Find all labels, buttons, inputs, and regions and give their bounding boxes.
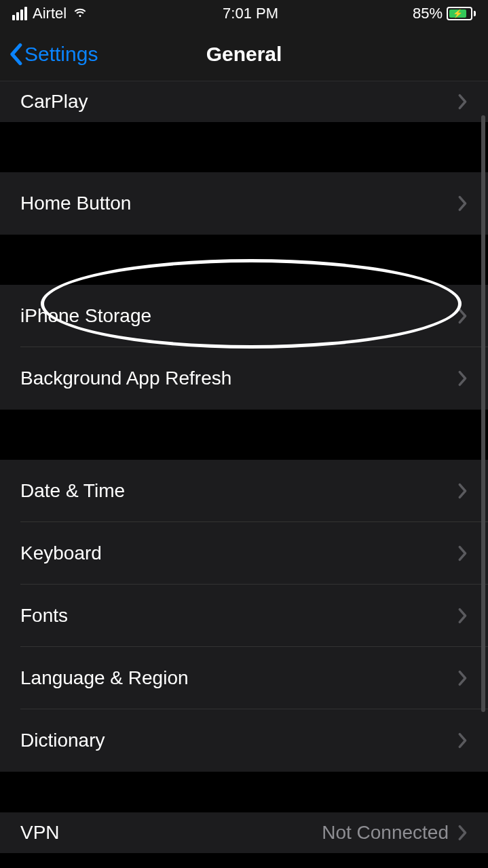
group-spacer — [0, 235, 488, 285]
list-group: CarPlay — [0, 81, 488, 122]
chevron-right-icon — [458, 670, 468, 686]
back-button[interactable]: Settings — [8, 43, 98, 66]
chevron-right-icon — [458, 545, 468, 561]
list-label: Language & Region — [20, 667, 189, 689]
chevron-right-icon — [458, 94, 468, 110]
chevron-right-icon — [458, 195, 468, 212]
list-row-home-button[interactable]: Home Button — [0, 172, 488, 235]
chevron-right-icon — [458, 370, 468, 387]
status-right: 85% ⚡ — [413, 5, 476, 22]
list-label: Background App Refresh — [20, 368, 231, 389]
settings-list[interactable]: CarPlay Home Button iPhone Storage Backg… — [0, 81, 488, 853]
group-spacer — [0, 410, 488, 460]
list-row-language-region[interactable]: Language & Region — [0, 647, 488, 709]
nav-title: General — [206, 43, 282, 66]
cellular-signal-icon — [12, 7, 27, 20]
group-spacer — [0, 122, 488, 172]
wifi-icon — [72, 3, 88, 24]
list-label: Date & Time — [20, 480, 125, 502]
list-label: Home Button — [20, 193, 131, 214]
chevron-right-icon — [458, 483, 468, 499]
list-group: Home Button — [0, 172, 488, 235]
list-label: Dictionary — [20, 730, 105, 751]
list-row-vpn[interactable]: VPN Not Connected — [0, 812, 488, 853]
group-spacer — [0, 772, 488, 812]
battery-percent: 85% — [413, 5, 443, 22]
status-bar: Airtel 7:01 PM 85% ⚡ — [0, 0, 488, 27]
list-label: iPhone Storage — [20, 305, 151, 327]
list-label: Fonts — [20, 605, 68, 627]
carrier-label: Airtel — [33, 5, 67, 22]
list-label: VPN — [20, 822, 60, 844]
list-group: Date & Time Keyboard Fonts Language & Re… — [0, 460, 488, 772]
list-row-fonts[interactable]: Fonts — [0, 585, 488, 647]
list-row-keyboard[interactable]: Keyboard — [0, 522, 488, 585]
list-row-dictionary[interactable]: Dictionary — [0, 709, 488, 772]
list-row-carplay[interactable]: CarPlay — [0, 81, 488, 122]
list-detail: Not Connected — [322, 822, 449, 844]
chevron-left-icon — [8, 43, 23, 66]
chevron-right-icon — [458, 608, 468, 624]
list-row-background-app-refresh[interactable]: Background App Refresh — [0, 347, 488, 410]
chevron-right-icon — [458, 732, 468, 749]
list-group: VPN Not Connected — [0, 812, 488, 853]
chevron-right-icon — [458, 825, 468, 841]
battery-icon: ⚡ — [447, 7, 476, 20]
back-label: Settings — [24, 43, 98, 66]
list-row-iphone-storage[interactable]: iPhone Storage — [0, 285, 488, 347]
status-time: 7:01 PM — [223, 5, 278, 22]
chevron-right-icon — [458, 308, 468, 324]
nav-bar: Settings General — [0, 27, 488, 81]
list-row-date-time[interactable]: Date & Time — [0, 460, 488, 522]
status-left: Airtel — [12, 3, 88, 24]
list-group: iPhone Storage Background App Refresh — [0, 285, 488, 410]
list-label: CarPlay — [20, 91, 88, 113]
scroll-indicator[interactable] — [481, 115, 485, 712]
list-label: Keyboard — [20, 542, 102, 564]
